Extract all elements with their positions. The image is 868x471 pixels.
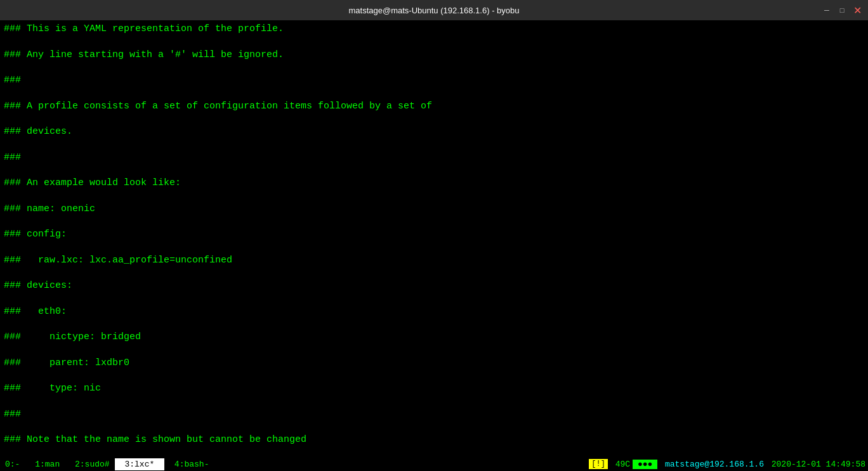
close-button[interactable]: ✕ [852, 4, 863, 16]
terminal-line: ### Note that the name is shown but cann… [4, 434, 864, 446]
load-indicator: ●●● [633, 460, 657, 469]
terminal-line: ### raw.lxc: lxc.aa_profile=unconfined [4, 254, 864, 267]
terminal-line: ### A profile consists of a set of confi… [4, 100, 864, 113]
warning-badge: [!] [589, 459, 608, 469]
terminal-content[interactable]: ### This is a YAML representation of the… [0, 20, 868, 457]
tab-4[interactable]: 4:bash- [164, 458, 214, 470]
maximize-button[interactable]: □ [836, 4, 848, 16]
tab-3[interactable]: 3:lxc* [115, 458, 164, 470]
terminal-line: ### [4, 74, 864, 87]
window-title: matstage@mats-Ubuntu (192.168.1.6) - byo… [348, 6, 519, 15]
status-bar: 0:- 1:man 2:sudo# 3:lxc* 4:bash- [!] 49C… [0, 457, 868, 471]
tab-1[interactable]: 1:man [25, 458, 65, 470]
terminal-line: ### Any line starting with a '#' will be… [4, 49, 864, 61]
terminal-line: ### type: nic [4, 382, 864, 395]
terminal-line: ### This is a YAML representation of the… [4, 23, 864, 35]
status-tabs[interactable]: 0:- 1:man 2:sudo# 3:lxc* 4:bash- [0, 458, 589, 470]
temperature-display: 49C [610, 460, 630, 469]
hostname-display: matstage@192.168.1.6 [660, 460, 764, 469]
terminal-line: ### devices. [4, 126, 864, 138]
terminal-line: ### eth0: [4, 306, 864, 318]
datetime-display: 2020-12-01 14:49:58 [766, 460, 865, 469]
terminal-line: ### [4, 408, 864, 421]
terminal-line: ### devices: [4, 280, 864, 292]
status-right: [!] 49C ●●● matstage@192.168.1.6 2020-12… [589, 459, 868, 469]
terminal-line: ### nictype: bridged [4, 331, 864, 344]
terminal-line: ### [4, 152, 864, 164]
terminal-line: ### parent: lxdbr0 [4, 357, 864, 370]
terminal-line: ### name: onenic [4, 203, 864, 216]
tab-0[interactable]: 0:- [0, 458, 25, 470]
terminal-line: ### An example would look like: [4, 177, 864, 190]
minimize-button[interactable]: ─ [821, 4, 832, 16]
window-controls[interactable]: ─ □ ✕ [821, 4, 863, 16]
tab-2[interactable]: 2:sudo# [65, 458, 114, 470]
title-bar: matstage@mats-Ubuntu (192.168.1.6) - byo… [0, 0, 868, 20]
terminal-line: ### config: [4, 228, 864, 241]
